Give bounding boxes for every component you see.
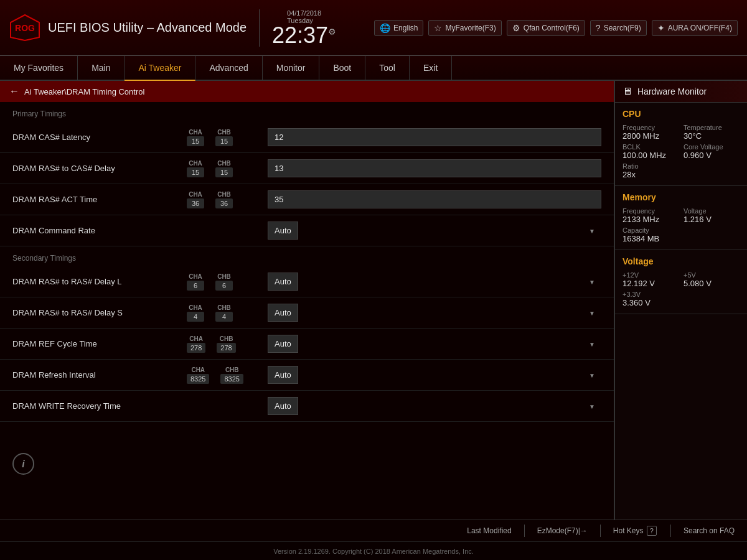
language-icon: 🌐	[380, 23, 390, 33]
nav-label-ai-tweaker: Ai Tweaker	[138, 63, 181, 73]
nav-label-my-favorites: My Favorites	[14, 63, 63, 73]
hot-keys-button[interactable]: Hot Keys ?	[608, 526, 663, 536]
table-row: DRAM Refresh Interval CHA 8325 CHB 8325 …	[0, 360, 614, 391]
sidebar-item-monitor[interactable]: Monitor	[263, 56, 320, 80]
hw-label-frequency-mem: Frequency 2133 MHz	[622, 207, 679, 224]
select-refresh-interval[interactable]: Auto	[268, 366, 298, 384]
input-cas-latency[interactable]	[268, 128, 601, 146]
select-cmd-rate[interactable]: Auto 1T 2T	[268, 222, 298, 240]
chb-value-ras-cas: 15	[215, 167, 233, 177]
timing-label-refresh-interval: DRAM Refresh Interval	[12, 370, 187, 380]
logo-area: ROG UEFI BIOS Utility – Advanced Mode	[9, 14, 247, 42]
cha-value-ref-cycle: 278	[187, 343, 205, 353]
chb-label-3: CHB	[217, 191, 231, 198]
channel-chb-cas: CHB 15	[215, 129, 233, 146]
hw-section-memory: Memory Frequency 2133 MHz Voltage 1.216 …	[615, 186, 747, 250]
chb-value-ref-cycle: 278	[217, 343, 235, 353]
nav-label-advanced: Advanced	[209, 63, 248, 73]
select-wrapper-refresh-interval: Auto	[268, 366, 601, 384]
table-row: DRAM WRITE Recovery Time Auto	[0, 391, 614, 422]
hw-section-memory-title: Memory	[622, 192, 740, 202]
table-row: DRAM RAS# to RAS# Delay S CHA 4 CHB 4 Au…	[0, 297, 614, 329]
channel-badges-ras-act: CHA 36 CHB 36	[187, 191, 268, 208]
chb-label-2: CHB	[217, 160, 231, 167]
search-label: Search(F9)	[604, 24, 641, 32]
channel-badges-ras-cas: CHA 15 CHB 15	[187, 160, 268, 177]
hw-section-voltage: Voltage +12V 12.192 V +5V 5.080 V +3.3V …	[615, 250, 747, 314]
table-row: DRAM RAS# to CAS# Delay CHA 15 CHB 15	[0, 153, 614, 184]
aura-icon: ✦	[657, 23, 665, 33]
aura-button[interactable]: ✦ AURA ON/OFF(F4)	[652, 20, 738, 36]
hw-grid-memory: Frequency 2133 MHz Voltage 1.216 V Capac…	[622, 207, 740, 243]
hw-label-core-voltage: Core Voltage 0.960 V	[684, 143, 740, 160]
cha-value-refresh-interval: 8325	[187, 374, 209, 384]
svg-text:ROG: ROG	[15, 23, 35, 33]
hw-grid-voltage: +12V 12.192 V +5V 5.080 V +3.3V 3.360 V	[622, 271, 740, 307]
time-display: 22:37⚙	[272, 24, 336, 47]
channel-cha-cas: CHA 15	[187, 129, 204, 146]
info-icon[interactable]: i	[12, 453, 34, 475]
chb-label-4: CHB	[217, 273, 231, 280]
timing-label-write-recovery: DRAM WRITE Recovery Time	[12, 401, 187, 411]
hw-label-12v: +12V 12.192 V	[622, 271, 679, 288]
hardware-monitor-panel: 🖥 Hardware Monitor CPU Frequency 2800 MH…	[614, 81, 747, 520]
hw-section-cpu-title: CPU	[622, 109, 740, 119]
channel-cha-refresh-interval: CHA 8325	[187, 366, 209, 384]
header-controls: 🌐 English ☆ MyFavorite(F3) ⚙ Qfan Contro…	[374, 20, 738, 36]
search-faq-button[interactable]: Search on FAQ	[679, 526, 740, 535]
main-layout: ← Ai Tweaker\DRAM Timing Control Primary…	[0, 81, 747, 520]
sidebar-item-my-favorites[interactable]: My Favorites	[0, 56, 78, 80]
sidebar-item-main[interactable]: Main	[78, 56, 125, 80]
section-primary-label: Primary Timings	[0, 102, 614, 122]
breadcrumb-label: Ai Tweaker\DRAM Timing Control	[24, 87, 144, 96]
header-divider	[259, 9, 260, 47]
search-button[interactable]: ? Search(F9)	[590, 20, 647, 36]
hw-section-voltage-title: Voltage	[622, 256, 740, 266]
sidebar-item-ai-tweaker[interactable]: Ai Tweaker	[125, 56, 195, 81]
sidebar-item-advanced[interactable]: Advanced	[195, 56, 262, 80]
footer-divider-3	[670, 525, 671, 537]
footer-bar: Last Modified EzMode(F7)|→ Hot Keys ? Se…	[0, 520, 747, 541]
channel-cha-ras-cas: CHA 15	[187, 160, 204, 177]
input-ras-act-time[interactable]	[268, 190, 601, 208]
nav-label-tool: Tool	[379, 63, 395, 73]
breadcrumb-back-icon[interactable]: ←	[9, 86, 19, 97]
sidebar-item-exit[interactable]: Exit	[410, 56, 452, 80]
sidebar-item-boot[interactable]: Boot	[319, 56, 365, 80]
cha-value-ras-delay-s: 4	[187, 312, 204, 322]
select-wrapper-ras-delay-s: Auto	[268, 304, 601, 322]
nav-label-exit: Exit	[423, 63, 438, 73]
aura-label: AURA ON/OFF(F4)	[668, 24, 732, 32]
chb-label-6: CHB	[220, 335, 233, 342]
last-modified-button[interactable]: Last Modified	[462, 526, 516, 535]
qfan-button[interactable]: ⚙ Qfan Control(F6)	[507, 20, 585, 36]
hw-label-capacity: Capacity 16384 MB	[622, 226, 740, 243]
sidebar-item-tool[interactable]: Tool	[365, 56, 410, 80]
channel-badges-ras-delay-s: CHA 4 CHB 4	[187, 304, 268, 322]
timing-label-ras-cas: DRAM RAS# to CAS# Delay	[12, 164, 187, 173]
channel-cha-ras-delay-s: CHA 4	[187, 304, 204, 322]
myfavorite-button[interactable]: ☆ MyFavorite(F3)	[428, 20, 501, 36]
hotkeys-key-icon: ?	[647, 526, 657, 536]
select-write-recovery[interactable]: Auto	[268, 397, 298, 415]
ezmode-button[interactable]: EzMode(F7)|→	[532, 526, 593, 535]
hw-label-5v: +5V 5.080 V	[684, 271, 740, 288]
qfan-label: Qfan Control(F6)	[524, 24, 580, 32]
select-ras-delay-l[interactable]: Auto	[268, 273, 298, 291]
cha-label-5: CHA	[189, 304, 202, 311]
cha-label-7: CHA	[191, 366, 205, 373]
hw-label-temperature-cpu: Temperature 30°C	[684, 124, 740, 141]
select-ras-delay-s[interactable]: Auto	[268, 304, 298, 322]
nav-label-main: Main	[92, 63, 110, 73]
hw-label-ratio: Ratio 28x	[622, 162, 740, 179]
input-ras-cas-delay[interactable]	[268, 159, 601, 177]
channel-cha-ras-act: CHA 36	[187, 191, 204, 208]
language-button[interactable]: 🌐 English	[374, 20, 423, 36]
select-ref-cycle[interactable]: Auto	[268, 335, 298, 353]
cha-value-cas: 15	[187, 136, 204, 146]
myfavorite-label: MyFavorite(F3)	[445, 24, 496, 32]
app-title: UEFI BIOS Utility – Advanced Mode	[48, 21, 247, 35]
select-wrapper-write-recovery: Auto	[268, 397, 601, 415]
chb-label: CHB	[217, 129, 231, 136]
channel-chb-ras-act: CHB 36	[215, 191, 233, 208]
